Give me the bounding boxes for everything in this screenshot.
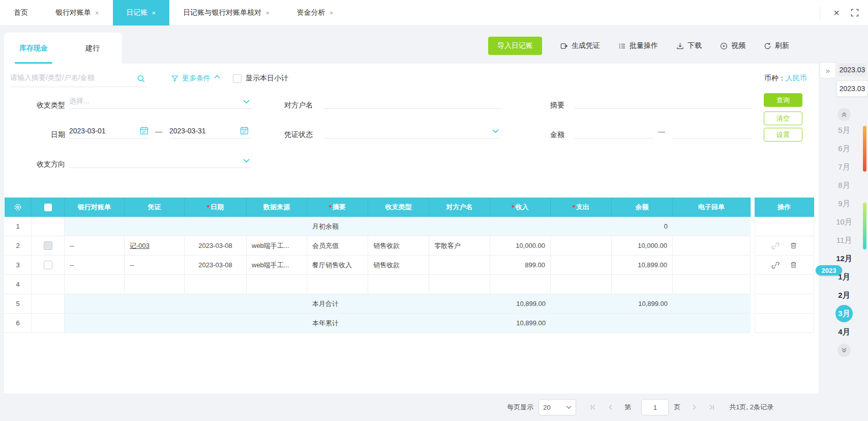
amount-max-input[interactable]: [671, 124, 752, 138]
toolbar-download-button[interactable]: 下载: [676, 41, 702, 50]
top-tab[interactable]: 日记账×: [113, 0, 170, 25]
tab-close-icon[interactable]: ×: [330, 9, 334, 17]
calendar-icon[interactable]: [240, 126, 249, 135]
month-item[interactable]: 5月: [829, 121, 859, 139]
toolbar-label: 视频: [731, 41, 745, 50]
currency-label: 币种：: [764, 74, 786, 82]
cell-date: [185, 217, 247, 236]
search-icon[interactable]: [137, 74, 145, 83]
column-spacer: [751, 217, 755, 236]
row-checkbox[interactable]: [44, 241, 52, 250]
settings-button[interactable]: 设置: [764, 128, 802, 142]
account-tab[interactable]: 建行: [63, 33, 122, 64]
show-daily-subtotal-checkbox[interactable]: 显示本日小计: [233, 74, 288, 83]
table-row[interactable]: 2--记-0032023-03-08web端手工...会员充值销售收款零散客户1…: [5, 236, 814, 256]
month-item[interactable]: 6月: [829, 139, 859, 158]
sidebar-collapse-button[interactable]: »: [820, 62, 836, 78]
amount-min-input[interactable]: [575, 124, 653, 138]
header-summary: *摘要: [307, 198, 368, 217]
month-item[interactable]: 2月: [829, 286, 859, 304]
select-all-checkbox[interactable]: [44, 204, 52, 211]
month-item[interactable]: 7月: [829, 158, 859, 176]
top-tab[interactable]: 资金分析×: [283, 0, 347, 25]
fullscreen-icon[interactable]: [846, 9, 864, 17]
required-mark: *: [573, 204, 575, 211]
tab-close-icon[interactable]: ×: [152, 9, 156, 17]
voucher-status-label: 凭证状态: [267, 130, 313, 139]
type-select[interactable]: 选择...: [69, 94, 252, 109]
tab-close-icon[interactable]: ×: [95, 9, 99, 17]
top-tab[interactable]: 日记账与银行对账单核对×: [169, 0, 283, 25]
query-button[interactable]: 查询: [764, 93, 802, 107]
month-item[interactable]: 3月: [835, 305, 853, 322]
top-tab[interactable]: 银行对账单×: [42, 0, 113, 25]
month-item[interactable]: 10月: [829, 213, 859, 231]
gear-icon[interactable]: [13, 203, 22, 212]
voucher-link[interactable]: 记-003: [130, 241, 149, 250]
top-tab[interactable]: 首页: [0, 0, 42, 25]
cell-bank: --: [65, 256, 125, 275]
month-scrollbar-thumb-top[interactable]: [863, 126, 866, 172]
row-actions: [755, 256, 814, 275]
chevron-up-icon: [214, 75, 221, 82]
header-bank: 银行对账单: [65, 198, 125, 217]
row-checkbox[interactable]: [44, 261, 52, 269]
cell-income: 10,899.00: [490, 294, 551, 314]
first-page-icon[interactable]: [589, 403, 597, 411]
calendar-icon[interactable]: [140, 126, 148, 135]
last-page-icon[interactable]: [707, 403, 715, 411]
cell-balance: 10,000.00: [612, 236, 673, 256]
account-tab[interactable]: 库存现金: [4, 33, 63, 64]
table-row[interactable]: 3----2023-03-08web端手工...餐厅销售收入销售收款899.00…: [5, 256, 814, 275]
trash-icon[interactable]: [790, 261, 798, 269]
cell-party: 零散客户: [429, 236, 490, 256]
import-journal-button[interactable]: 导入日记账: [488, 37, 542, 55]
currency-value[interactable]: 人民币: [786, 74, 807, 82]
toolbar-refresh-button[interactable]: 刷新: [764, 41, 789, 50]
cell-receipt: [673, 314, 751, 333]
cell-category: [368, 217, 429, 236]
link-icon[interactable]: [771, 261, 780, 269]
direction-select[interactable]: [69, 153, 252, 168]
table-row: 5本月合计10,899.0010,899.00: [5, 294, 814, 314]
row-checkbox-cell: [32, 314, 65, 333]
cell-party: [429, 314, 490, 333]
scroll-months-up-button[interactable]: [837, 108, 851, 121]
party-input[interactable]: [324, 94, 501, 109]
month-item[interactable]: 9月: [829, 194, 859, 213]
voucher-status-select[interactable]: [324, 124, 501, 138]
cell-category: 销售收款: [368, 256, 429, 275]
clear-button[interactable]: 清空: [764, 111, 802, 125]
search-input[interactable]: [10, 71, 127, 83]
account-tabs: 库存现金建行: [4, 33, 122, 64]
cell-source: [247, 217, 307, 236]
trash-icon[interactable]: [790, 242, 798, 250]
page-number-input[interactable]: 1: [641, 399, 669, 415]
toolbar-gen-voucher-button[interactable]: 生成凭证: [560, 41, 600, 50]
toolbar-batch-button[interactable]: 批量操作: [618, 41, 658, 50]
double-chevron-up-icon: [841, 111, 847, 118]
summary-input[interactable]: [575, 94, 752, 109]
scroll-months-down-button[interactable]: [837, 344, 851, 357]
tab-close-icon[interactable]: ×: [265, 9, 270, 17]
prev-page-icon[interactable]: [607, 403, 615, 411]
month-item[interactable]: 8月: [829, 176, 859, 194]
more-conditions-toggle[interactable]: 更多条件: [171, 74, 221, 83]
link-icon[interactable]: [771, 242, 780, 250]
month-scrollbar-thumb-bottom[interactable]: [863, 203, 866, 249]
cell-source: web端手工...: [247, 236, 307, 256]
cell-date: [185, 314, 247, 333]
cell-expense: [551, 294, 612, 314]
current-period-box[interactable]: 2023.03: [836, 80, 868, 97]
download-icon: [676, 42, 684, 50]
close-icon[interactable]: ×: [827, 7, 846, 19]
date-from-input[interactable]: 2023-03-01: [69, 124, 151, 138]
month-item[interactable]: 4月: [829, 323, 859, 341]
toolbar-video-button[interactable]: 视频: [720, 41, 745, 50]
date-to-input[interactable]: 2023-03-31: [169, 124, 251, 138]
type-label: 收支类型: [19, 101, 65, 110]
next-page-icon[interactable]: [690, 403, 698, 411]
per-page-select[interactable]: 20: [538, 399, 576, 415]
table-row: 6本年累计10,899.00: [5, 314, 814, 333]
month-item[interactable]: 11月: [829, 231, 859, 249]
